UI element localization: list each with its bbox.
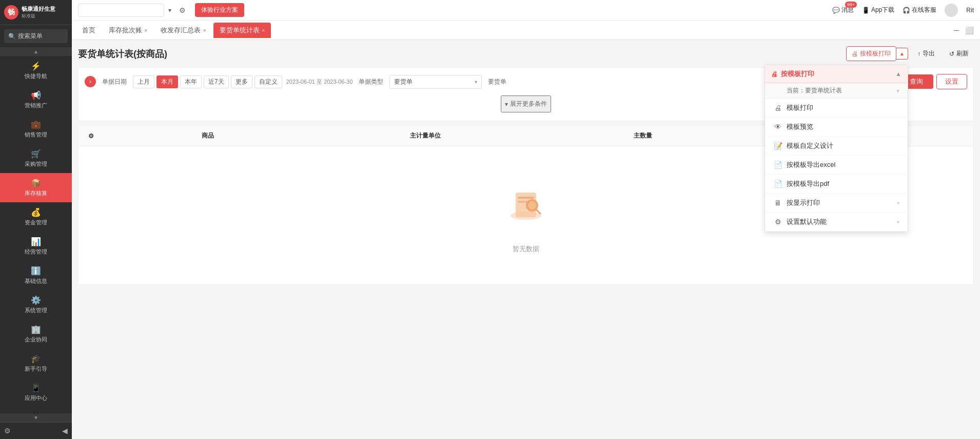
sidebar-item-app-center[interactable]: 📱 应用中心: [0, 378, 72, 407]
template-print-icon: 🖨: [773, 104, 782, 112]
tab-close-inventory-batch[interactable]: ×: [144, 27, 147, 33]
dropdown-item-export-pdf[interactable]: 📄 按模板导出pdf: [765, 175, 908, 194]
svg-rect-2: [518, 197, 534, 199]
export-icon: ↑: [917, 50, 920, 58]
dropdown-item-set-default[interactable]: ⚙ 设置默认功能 ▾: [765, 213, 908, 232]
filter-expand-button[interactable]: ›: [85, 76, 96, 87]
date-btn-this-year[interactable]: 本年: [180, 75, 202, 88]
operations-icon: 📊: [31, 237, 41, 246]
date-filter-label: 单据日期: [102, 78, 127, 86]
export-excel-icon: 📄: [773, 161, 782, 169]
topbar-message[interactable]: 💬 消息 99+: [832, 6, 854, 14]
dropdown-item-display-print[interactable]: 🖥 按显示打印 ▾: [765, 194, 908, 213]
collapse-sidebar-button[interactable]: ◀: [62, 427, 68, 435]
type-filter-label: 单据类型: [359, 78, 383, 86]
type-select-arrow: ▾: [475, 79, 477, 85]
tabbar-minimize-button[interactable]: ─: [952, 24, 961, 36]
dropdown-panel-header: 🖨 按模板打印 ▲: [765, 65, 908, 83]
settings-footer-button[interactable]: ⚙: [4, 427, 11, 435]
date-range-display: 2023-06-01 至 2023-06-30: [286, 78, 353, 86]
current-template-arrow: ▾: [896, 87, 899, 94]
date-btn-more[interactable]: 更多: [231, 75, 252, 88]
dropdown-item-template-print[interactable]: 🖨 模板打印: [765, 99, 908, 118]
sidebar-item-enterprise-wechat[interactable]: 💬 企业微信: [0, 407, 72, 413]
tab-home[interactable]: 首页: [76, 23, 102, 38]
sidebar-item-guide[interactable]: 🎓 新手引导: [0, 349, 72, 378]
dropdown-item-template-preview[interactable]: 👁 模板预览: [765, 118, 908, 137]
topbar-search-input[interactable]: [78, 4, 164, 17]
tab-close-receipt-summary[interactable]: ×: [203, 27, 206, 33]
message-icon: 💬: [832, 7, 840, 14]
export-button[interactable]: ↑ 导出: [912, 47, 940, 61]
dropdown-close-button[interactable]: ▲: [895, 70, 901, 78]
sidebar-item-quick-nav[interactable]: ⚡ 快捷导航: [0, 56, 72, 85]
sidebar-item-marketing[interactable]: 📢 营销推广: [0, 85, 72, 114]
tab-order-stats[interactable]: 要货单统计表 ×: [213, 23, 271, 38]
sidebar-scroll-down[interactable]: ▼: [0, 413, 72, 422]
tabbar-maximize-button[interactable]: ⬜: [963, 24, 976, 36]
sidebar-scroll-up[interactable]: ▲: [0, 47, 72, 56]
page-title: 要货单统计表(按商品): [78, 48, 167, 60]
current-template-item[interactable]: 当前：要货单统计表 ▾: [765, 83, 908, 99]
print-panel-icon: 🖨: [771, 70, 778, 78]
message-badge: 99+: [845, 2, 857, 8]
topbar-app-download[interactable]: 📱 App下载: [862, 6, 894, 14]
finance-icon: 💰: [31, 207, 41, 217]
topbar-dropdown-button[interactable]: ▾: [168, 4, 171, 17]
topbar-online-service[interactable]: 🎧 在线客服: [903, 6, 936, 14]
tab-inventory-batch[interactable]: 库存批次账 ×: [103, 23, 153, 38]
column-settings-icon[interactable]: ⚙: [88, 132, 94, 140]
date-btn-custom[interactable]: 自定义: [254, 75, 282, 88]
date-btn-last-7-days[interactable]: 近7天: [204, 75, 229, 88]
purchase-icon: 🛒: [31, 149, 41, 159]
sidebar-item-inventory[interactable]: 📦 库存核算: [0, 173, 72, 202]
inventory-icon: 📦: [31, 178, 41, 188]
sidebar-search-area: 🔍 搜索菜单: [0, 25, 72, 47]
type-select[interactable]: 要货单 ▾: [389, 75, 482, 89]
export-pdf-icon: 📄: [773, 180, 782, 188]
topbar-gear-button[interactable]: ⚙: [175, 4, 189, 17]
page-header: 要货单统计表(按商品) 🖨 按模板打印 ▲ 🖨 按模板打印: [78, 46, 974, 61]
expand-down-icon: ▾: [505, 101, 508, 108]
sidebar-item-system[interactable]: ⚙️ 系统管理: [0, 290, 72, 319]
tab-close-order-stats[interactable]: ×: [262, 27, 265, 33]
system-icon: ⚙️: [31, 295, 41, 305]
print-dropdown-arrow[interactable]: ▲: [896, 48, 908, 60]
template-custom-icon: 📝: [773, 142, 782, 150]
tab-receipt-summary[interactable]: 收发存汇总表 ×: [154, 23, 212, 38]
search-menu-button[interactable]: 🔍 搜索菜单: [4, 29, 68, 43]
setting-button[interactable]: 设置: [936, 74, 967, 89]
sidebar-item-purchase[interactable]: 🛒 采购管理: [0, 144, 72, 173]
dropdown-item-template-custom[interactable]: 📝 模板自定义设计: [765, 137, 908, 156]
display-print-arrow: ▾: [897, 200, 899, 206]
sidebar-item-finance[interactable]: 💰 资金管理: [0, 202, 72, 232]
app-icon: 📱: [862, 7, 870, 14]
th-settings[interactable]: ⚙: [83, 132, 99, 140]
main-area: ▾ ⚙ 体验行业方案 💬 消息 99+ 📱 App下载 🎧 在线客服 Rit 首…: [72, 0, 980, 439]
sidebar-item-basic-info[interactable]: ℹ️ 基础信息: [0, 261, 72, 290]
refresh-icon: ↺: [949, 50, 954, 58]
trial-btn[interactable]: 体验行业方案: [195, 3, 244, 17]
topbar-right: 💬 消息 99+ 📱 App下载 🎧 在线客服 Rit: [832, 4, 974, 17]
sidebar-item-sales[interactable]: 💼 销售管理: [0, 114, 72, 144]
topbar: ▾ ⚙ 体验行业方案 💬 消息 99+ 📱 App下载 🎧 在线客服 Rit: [72, 0, 980, 21]
date-btn-last-month[interactable]: 上月: [133, 75, 154, 88]
date-btn-this-month[interactable]: 本月: [156, 75, 178, 88]
expand-more-button[interactable]: ▾ 展开更多条件: [501, 96, 551, 112]
empty-text: 暂无数据: [513, 244, 539, 254]
topbar-username[interactable]: Rit: [966, 7, 974, 14]
display-print-icon: 🖥: [773, 199, 782, 207]
dropdown-item-export-excel[interactable]: 📄 按模板导出excel: [765, 156, 908, 175]
set-default-icon: ⚙: [773, 218, 782, 226]
refresh-button[interactable]: ↺ 刷新: [944, 47, 974, 61]
sidebar-item-operations[interactable]: 📊 经营管理: [0, 232, 72, 261]
empty-illustration: [500, 177, 552, 238]
enterprise-icon: 🏢: [31, 325, 41, 334]
printer-icon: 🖨: [852, 50, 858, 58]
svg-point-5: [528, 201, 536, 209]
th-goods: 商品: [99, 131, 317, 140]
topbar-avatar[interactable]: [945, 4, 958, 17]
sidebar-item-enterprise[interactable]: 🏢 企业协同: [0, 319, 72, 349]
print-template-button[interactable]: 🖨 按模板打印: [846, 46, 896, 61]
th-unit: 主计量单位: [317, 131, 534, 140]
